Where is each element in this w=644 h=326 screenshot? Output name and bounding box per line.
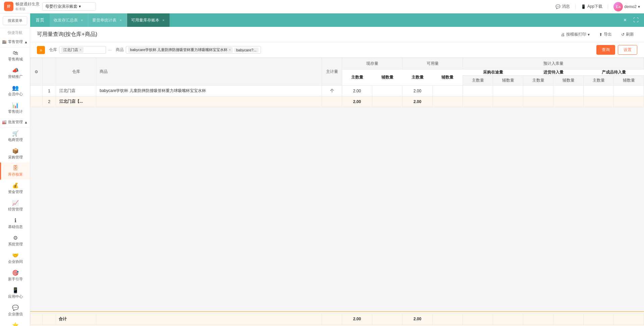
- sidebar-item-wholesale-mgmt[interactable]: 🏭 批发管理 ▲: [0, 117, 30, 127]
- th-index: [43, 58, 56, 86]
- table-footer: 合计 2.00 2.00: [30, 311, 644, 326]
- goods-tag-1: babycare学饮杯 儿童防摔防撞吸管杯重力球吸嘴杯宝宝水杯 ×: [128, 47, 233, 53]
- table-row: 2 江北门店【... 2.00 2.00: [31, 96, 644, 107]
- member-center-icon: 👥: [12, 85, 19, 91]
- cell-purchase-main2: [463, 96, 493, 107]
- sidebar-item-purchase[interactable]: 📦 采购管理: [0, 145, 30, 162]
- divider2: [608, 4, 608, 9]
- sidebar-item-member[interactable]: ⭐ 畅会员: [0, 319, 30, 326]
- sidebar-item-system[interactable]: ⚙ 系统管理: [0, 232, 30, 249]
- sidebar-item-basic-info[interactable]: ℹ 基础信息: [0, 215, 30, 232]
- finance-icon: 💰: [12, 182, 19, 189]
- sidebar-item-ecommerce[interactable]: 🛒 电商管理: [0, 128, 30, 145]
- tab-maximize-btn[interactable]: ⛶: [631, 16, 641, 24]
- top-bar-right: 💬 消息 📱 App下载 Ea demo2 ▾: [555, 2, 640, 11]
- cell-goods: babycare学饮杯 儿童防摔防撞吸管杯重力球吸嘴杯宝宝水杯: [96, 86, 322, 96]
- tab-order-stat-close[interactable]: ×: [118, 18, 122, 22]
- chevron-down-icon3: ▾: [588, 32, 590, 37]
- th-purchase-main: 主数量: [463, 76, 493, 86]
- tab-close-all-btn[interactable]: ×: [622, 16, 629, 24]
- goods-filter-group: 商品 babycare学饮杯 儿童防摔防撞吸管杯重力球吸嘴杯宝宝水杯 × bab…: [116, 46, 261, 54]
- filter-actions: 查询 设置: [596, 45, 637, 55]
- th-stock-main: 主数量: [342, 69, 372, 86]
- th-stock-aux: 辅数量: [372, 69, 402, 86]
- warehouse-filter-input[interactable]: 江北门店 ×: [59, 46, 106, 54]
- sidebar-item-guide[interactable]: 🎯 新手引导: [0, 267, 30, 284]
- warehouse-tag-close[interactable]: ×: [79, 48, 82, 52]
- export-btn[interactable]: ⬆ 导出: [596, 30, 615, 39]
- goods-tag-2: babycare?...: [234, 48, 259, 52]
- table-container[interactable]: ⚙ 仓库 商品 主计量 现存量 可用量 预计入库量 主数量 辅数: [30, 58, 644, 326]
- sidebar-item-finance[interactable]: 💰 资金管理: [0, 180, 30, 197]
- warehouse-filter-label: 仓库: [49, 47, 57, 53]
- settings-icon: ⚙: [35, 69, 38, 74]
- th-purchase-group: 采购在途量: [463, 69, 523, 76]
- sidebar-item-retail-mgmt[interactable]: 🏬 零售管理 ▲: [0, 37, 30, 47]
- cell-unit2: [322, 96, 342, 107]
- filter-row: » 仓库 江北门店 × ··· 商品 babycare: [30, 42, 644, 58]
- sidebar-item-app-center[interactable]: 📱 应用中心: [0, 284, 30, 302]
- tab-receipt-summary[interactable]: 收发存汇总表 ×: [50, 13, 88, 27]
- user-menu[interactable]: Ea demo2 ▾: [613, 2, 640, 11]
- sidebar-item-retail-stat[interactable]: 📊 零售统计: [0, 99, 30, 117]
- th-goods: 商品: [96, 58, 322, 86]
- app-download-btn[interactable]: 📱 App下载: [581, 4, 602, 9]
- refresh-icon: ↺: [621, 32, 625, 37]
- org-selector[interactable]: 母婴行业演示账套 ▾: [42, 2, 96, 11]
- chevron-down-icon2: ▾: [638, 4, 640, 9]
- nav-label: 快捷导航: [0, 28, 30, 37]
- cell-warehouse: 江北门店: [56, 86, 96, 96]
- sidebar-item-operation[interactable]: 📈 经营管理: [0, 197, 30, 215]
- search-menu-btn[interactable]: 搜索菜单: [3, 16, 27, 25]
- cell-stock-aux: [372, 86, 402, 96]
- tab-available-inventory-close[interactable]: ×: [161, 18, 165, 22]
- th-incoming-group: 进货待入量: [523, 69, 584, 76]
- tab-receipt-summary-close[interactable]: ×: [80, 18, 84, 22]
- top-bar-left: 好 畅捷通好生意 标准版 母婴行业演示账套 ▾: [4, 2, 96, 11]
- message-btn[interactable]: 💬 消息: [555, 4, 570, 9]
- sidebar-item-enterprise[interactable]: 🤝 企业协同: [0, 249, 30, 267]
- sidebar-item-retail-mall[interactable]: 🛍 零售商城: [0, 47, 30, 64]
- mall-icon: 🛍: [13, 50, 18, 56]
- tab-home[interactable]: 首页: [30, 13, 50, 27]
- goods-filter-input[interactable]: babycare学饮杯 儿童防摔防撞吸管杯重力球吸嘴杯宝宝水杯 × babyca…: [126, 46, 261, 54]
- inventory-icon: 🗄: [13, 165, 18, 171]
- refresh-btn[interactable]: ↺ 刷新: [618, 30, 637, 39]
- print-btn[interactable]: 🖨 按模板打印 ▾: [557, 30, 593, 39]
- th-incoming-aux: 辅数量: [553, 76, 584, 86]
- tab-order-stat[interactable]: 要货单统计表 ×: [88, 13, 127, 27]
- cell-production-aux: [614, 86, 644, 96]
- cell-incoming-aux: [553, 86, 584, 96]
- goods-tag1-close[interactable]: ×: [229, 48, 231, 52]
- cell-production-main: [584, 86, 614, 96]
- th-settings[interactable]: ⚙: [31, 58, 43, 86]
- th-production-group: 产成品待入量: [584, 69, 644, 76]
- sidebar-item-inventory[interactable]: 🗄 库存核算: [0, 162, 30, 180]
- th-production-aux: 辅数量: [614, 76, 644, 86]
- query-btn[interactable]: 查询: [596, 45, 615, 55]
- enterprise-wechat-icon: 💬: [12, 305, 19, 311]
- sidebar-item-enterprise-wechat[interactable]: 💬 企业微信: [0, 302, 30, 319]
- cell-purchase-aux2: [493, 96, 523, 107]
- th-stock-group: 现存量: [342, 58, 402, 69]
- goods-filter-label: 商品: [116, 47, 124, 53]
- sidebar-item-marketing[interactable]: 📣 营销推广: [0, 64, 30, 82]
- wholesale-icon: 🏭: [2, 120, 7, 124]
- warehouse-more-btn[interactable]: ···: [108, 47, 112, 52]
- filter-expand-btn[interactable]: »: [37, 46, 45, 54]
- logo-text: 畅捷通好生意 标准版: [15, 2, 40, 11]
- export-icon: ⬆: [599, 32, 602, 37]
- th-avail-aux: 辅数量: [433, 69, 463, 86]
- content-area: 首页 收发存汇总表 × 要货单统计表 × 可用量库存账本 × × ⛶ 可用量查询…: [30, 13, 644, 326]
- warehouse-filter-group: 仓库 江北门店 × ···: [49, 46, 112, 54]
- sidebar-item-member-center[interactable]: 👥 会员中心: [0, 82, 30, 99]
- top-bar: 好 畅捷通好生意 标准版 母婴行业演示账套 ▾ 💬 消息 📱 App下载 Ea …: [0, 0, 644, 13]
- cell-production-main2: [584, 96, 614, 107]
- tab-bar: 首页 收发存汇总表 × 要货单统计表 × 可用量库存账本 × × ⛶: [30, 13, 644, 27]
- th-warehouse: 仓库: [56, 58, 96, 86]
- th-production-main: 主数量: [584, 76, 614, 86]
- cell-index2: 2: [43, 96, 56, 107]
- settings-btn[interactable]: 设置: [618, 45, 637, 55]
- tab-available-inventory[interactable]: 可用量库存账本 ×: [127, 13, 170, 27]
- cell-avail-main: 2.00: [402, 86, 433, 96]
